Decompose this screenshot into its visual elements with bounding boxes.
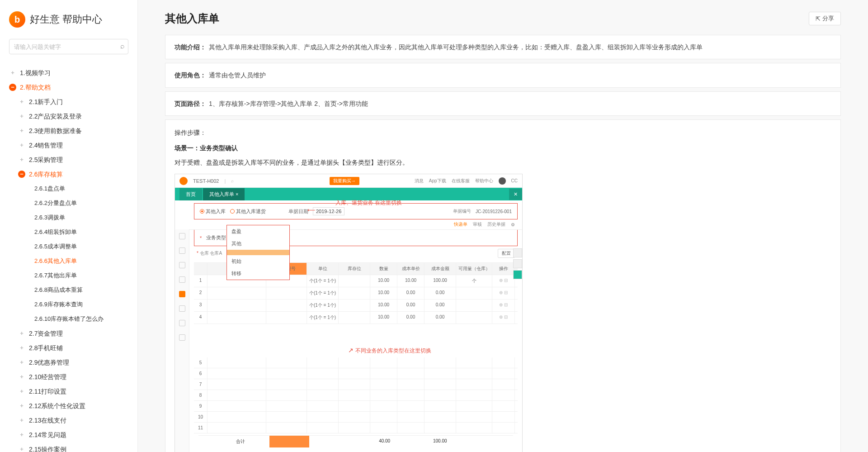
- close-icon: ✕: [509, 189, 522, 200]
- nav-2-6-5[interactable]: 2.6.5成本调整单: [9, 239, 128, 254]
- plus-icon: [18, 98, 25, 105]
- nav-2-8[interactable]: 2.8手机旺铺: [9, 341, 128, 355]
- rail-icon: [179, 320, 185, 326]
- nav-label: 2.6库存核算: [29, 167, 63, 181]
- nav-2-2[interactable]: 2.2产品安装及登录: [9, 109, 128, 124]
- mock-env: TEST-H002: [193, 178, 219, 184]
- mock-top-link: 帮助中心: [475, 178, 493, 184]
- steps-label: 操作步骤：: [175, 129, 831, 137]
- table-row: 9: [194, 401, 518, 412]
- nav-2-6-8[interactable]: 2.6.8商品成本重算: [9, 283, 128, 297]
- info-role-text: 通常由仓管人员维护: [209, 71, 266, 79]
- nav-2-6-3[interactable]: 2.6.3调拨单: [9, 210, 128, 225]
- nav-video-learning[interactable]: 1.视频学习: [9, 66, 128, 80]
- logo-block: b 好生意 帮助中心: [9, 11, 128, 28]
- rail-icon: [513, 248, 522, 257]
- rail-icon: [179, 262, 185, 268]
- search-icon: ⌕: [120, 42, 125, 50]
- nav-label: 2.9优惠券管理: [29, 355, 69, 370]
- mock-topbar: TEST-H002 | ⌕ 我要购买→ 消息 App下载 在线客服 帮助中心 C…: [175, 174, 522, 188]
- plus-icon: [18, 373, 25, 381]
- nav-label: 2.帮助文档: [20, 80, 51, 95]
- nav-2-9[interactable]: 2.9优惠券管理: [9, 355, 128, 370]
- mock-tabs: 首页 其他入库单 × ✕: [175, 188, 522, 200]
- mock-doc-no-label: 单据编号: [453, 208, 471, 214]
- mock-dd-item: [227, 250, 289, 255]
- mock-top-link: 消息: [415, 178, 424, 184]
- nav-2-6-2[interactable]: 2.6.2分量盘点单: [9, 196, 128, 210]
- rail-icon: [513, 270, 522, 279]
- info-intro-text: 其他入库单用来处理除采购入库、产成品入库之外的其他入库业务，因此其他入库单可处理…: [209, 43, 703, 51]
- search-button[interactable]: ⌕: [120, 42, 125, 50]
- plus-icon: [18, 330, 25, 337]
- mock-dd-item: 其他: [227, 238, 289, 250]
- nav-2-10[interactable]: 2.10经营管理: [9, 370, 128, 384]
- table-row: 8: [194, 390, 518, 401]
- mock-top-link: 在线客服: [452, 178, 470, 184]
- mock-right-rail: [513, 248, 522, 279]
- nav-2-15[interactable]: 2.15操作案例: [9, 442, 128, 452]
- info-intro: 功能介绍：其他入库单用来处理除采购入库、产成品入库之外的其他入库业务，因此其他入…: [165, 35, 841, 59]
- mock-top-links: 消息 App下载 在线客服 帮助中心 CC: [415, 177, 518, 185]
- nav-label: 2.2产品安装及登录: [29, 109, 82, 124]
- info-path-label: 页面路径：: [175, 100, 206, 107]
- scene1-desc: 对于受赠、盘盈或是拆装入库等不同的业务，是通过单据头【业务类型】进行区分。: [175, 157, 831, 168]
- nav-2-5[interactable]: 2.5采购管理: [9, 152, 128, 167]
- table-row: 5: [194, 357, 518, 368]
- plus-icon: [18, 431, 25, 438]
- mock-sum-row: 合计 40.00100.00: [198, 435, 513, 447]
- nav-2-7[interactable]: 2.7资金管理: [9, 326, 128, 341]
- nav-2-1[interactable]: 2.1新手入门: [9, 95, 128, 109]
- nav-2-4[interactable]: 2.4销售管理: [9, 138, 128, 152]
- nav-label: 2.14常见问题: [29, 428, 66, 442]
- nav-2-14[interactable]: 2.14常见问题: [9, 428, 128, 442]
- rail-icon: [179, 247, 185, 254]
- share-label: 分享: [822, 14, 834, 23]
- main-content: 其他入库单 ⇱分享 功能介绍：其他入库单用来处理除采购入库、产成品入库之外的其他…: [138, 0, 868, 452]
- nav-label: 2.15操作案例: [29, 442, 66, 452]
- info-role-label: 使用角色：: [175, 71, 206, 79]
- mock-dd-item: 转移: [227, 267, 289, 280]
- plus-icon: [18, 113, 25, 120]
- nav-label: 2.13在线支付: [29, 413, 66, 428]
- nav-2-6-4[interactable]: 2.6.4组装拆卸单: [9, 225, 128, 239]
- annotation-text2: ↗ 不同业务的入库类型在这里切换: [262, 347, 518, 355]
- nav-label: 2.11打印设置: [29, 384, 66, 399]
- nav-2-13[interactable]: 2.13在线支付: [9, 413, 128, 428]
- mock-logo-icon: [179, 177, 188, 185]
- mock-date-value: 2019-12-26: [313, 207, 344, 215]
- share-icon: ⇱: [816, 15, 821, 22]
- mock-dd-item: 盘盈: [227, 225, 289, 238]
- mock-tb2-item: 快递单: [454, 221, 467, 228]
- rail-icon: [179, 334, 185, 341]
- share-button[interactable]: ⇱分享: [809, 12, 841, 25]
- mock-tab-home: 首页: [179, 188, 202, 200]
- site-title: 好生意 帮助中心: [30, 13, 102, 26]
- nav-label: 2.5采购管理: [29, 152, 63, 167]
- nav-label: 2.7资金管理: [29, 326, 63, 341]
- mock-tb2-item: 审核: [473, 221, 482, 228]
- nav-2-3[interactable]: 2.3使用前数据准备: [9, 124, 128, 138]
- plus-icon: [18, 417, 25, 424]
- rail-icon: [179, 233, 185, 239]
- minus-icon: [18, 171, 25, 178]
- nav-help-docs[interactable]: 2.帮助文档: [9, 80, 128, 95]
- nav-2-6-1[interactable]: 2.6.1盘点单: [9, 181, 128, 196]
- nav-2-6-10[interactable]: 2.6.10库存账本错了怎么办: [9, 312, 128, 326]
- plus-icon: [18, 359, 25, 366]
- nav-label: 2.3使用前数据准备: [29, 124, 82, 138]
- nav-2-6[interactable]: 2.6库存核算: [9, 167, 128, 181]
- logo-icon: b: [9, 11, 25, 28]
- search-input[interactable]: [9, 39, 128, 54]
- nav-2-12[interactable]: 2.12系统个性化设置: [9, 399, 128, 413]
- mock-biztype-label: 业务类型: [206, 234, 226, 241]
- nav-2-6-7[interactable]: 2.6.7其他出库单: [9, 268, 128, 283]
- mock-doc-no: JC-20191226-001: [476, 209, 512, 214]
- scene1-title: 场景一：业务类型确认: [175, 144, 831, 152]
- rail-icon: [179, 305, 185, 312]
- table-row: 3个(1个 = 1个)10.000.000.00⊕ ⊟: [194, 300, 518, 312]
- nav-2-6-6[interactable]: 2.6.6其他入库单: [9, 254, 128, 268]
- plus-icon: [18, 156, 25, 163]
- nav-2-11[interactable]: 2.11打印设置: [9, 384, 128, 399]
- nav-2-6-9[interactable]: 2.6.9库存账本查询: [9, 297, 128, 312]
